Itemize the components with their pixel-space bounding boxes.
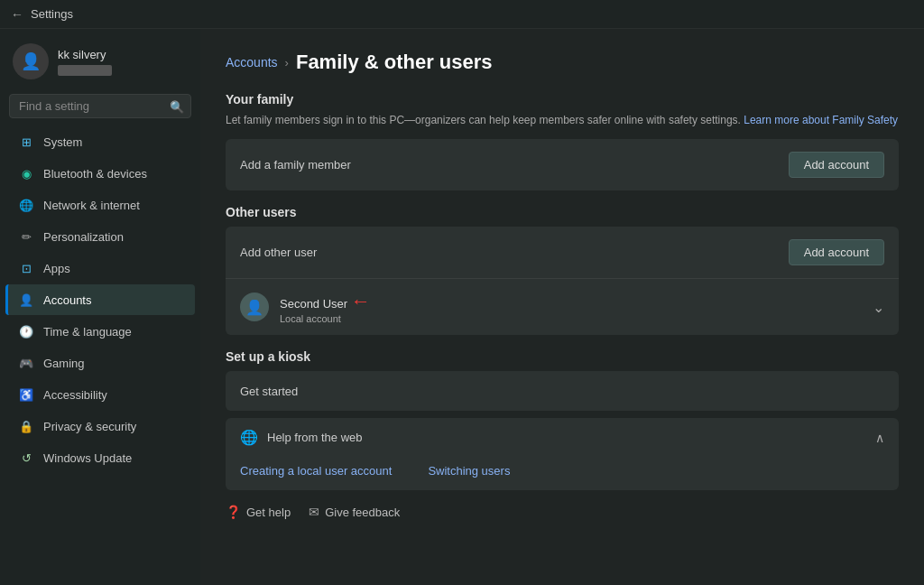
- network-icon: 🌐: [18, 197, 34, 213]
- app-container: 👤 kk silvery 🔍 ⊞ System ◉ Bluetooth & de…: [0, 29, 924, 585]
- chevron-up-icon: ∧: [875, 431, 884, 445]
- accounts-icon: 👤: [18, 292, 34, 308]
- app-title: Settings: [31, 7, 73, 21]
- gaming-icon: 🎮: [18, 355, 34, 371]
- other-users-title: Other users: [226, 205, 899, 219]
- page-title: Family & other users: [296, 51, 493, 74]
- user-name: kk silvery: [58, 48, 112, 61]
- add-family-card: Add a family member Add account: [226, 139, 899, 190]
- kiosk-card: Get started: [226, 371, 899, 411]
- system-icon: ⊞: [18, 134, 34, 150]
- avatar: 👤: [13, 43, 49, 79]
- breadcrumb-arrow: ›: [285, 56, 289, 70]
- sidebar-item-label: Bluetooth & devices: [43, 167, 147, 181]
- add-family-button[interactable]: Add account: [789, 152, 884, 178]
- second-user-name: Second User ←: [280, 290, 873, 313]
- sidebar-item-bluetooth[interactable]: ◉ Bluetooth & devices: [5, 158, 195, 189]
- second-user-sub: Local account: [280, 313, 873, 324]
- personalization-icon: ✏: [18, 228, 34, 245]
- sidebar-item-label: System: [43, 135, 82, 149]
- sidebar-item-label: Personalization: [43, 230, 124, 244]
- windows-update-icon: ↺: [18, 450, 34, 466]
- give-feedback-icon: ✉: [309, 505, 319, 519]
- sidebar: 👤 kk silvery 🔍 ⊞ System ◉ Bluetooth & de…: [0, 29, 200, 585]
- second-user-avatar: 👤: [240, 292, 269, 321]
- annotation-arrow: ←: [351, 290, 371, 312]
- help-section: 🌐 Help from the web ∧ Creating a local u…: [226, 418, 899, 490]
- add-other-button[interactable]: Add account: [789, 239, 884, 265]
- sidebar-item-label: Accessibility: [43, 388, 107, 402]
- accessibility-icon: ♿: [18, 386, 34, 403]
- sidebar-item-label: Accounts: [43, 293, 91, 307]
- sidebar-item-label: Network & internet: [43, 199, 140, 212]
- nav-list: ⊞ System ◉ Bluetooth & devices 🌐 Network…: [0, 125, 200, 474]
- sidebar-item-system[interactable]: ⊞ System: [5, 126, 195, 157]
- sidebar-item-label: Privacy & security: [43, 420, 136, 433]
- sidebar-item-label: Apps: [43, 262, 70, 275]
- add-family-row: Add a family member Add account: [226, 139, 899, 190]
- add-family-label: Add a family member: [240, 158, 351, 172]
- give-feedback-link[interactable]: ✉ Give feedback: [309, 505, 400, 519]
- chevron-down-icon: ⌄: [873, 299, 884, 316]
- help-left: 🌐 Help from the web: [240, 429, 363, 446]
- user-section[interactable]: 👤 kk silvery: [0, 29, 200, 90]
- time-icon: 🕐: [18, 323, 34, 339]
- sidebar-item-accounts[interactable]: 👤 Accounts: [5, 284, 195, 315]
- search-input[interactable]: [9, 94, 191, 118]
- your-family-desc: Let family members sign in to this PC—or…: [226, 112, 899, 128]
- sidebar-item-apps[interactable]: ⊡ Apps: [5, 253, 195, 283]
- breadcrumb-accounts[interactable]: Accounts: [226, 55, 278, 70]
- other-users-card: Add other user Add account 👤 Second User…: [226, 227, 899, 335]
- back-button[interactable]: ←: [11, 7, 23, 22]
- get-help-icon: ❓: [226, 505, 241, 519]
- sidebar-item-gaming[interactable]: 🎮 Gaming: [5, 348, 195, 378]
- add-other-row: Add other user Add account: [226, 227, 899, 278]
- second-user-row[interactable]: 👤 Second User ← Local account ⌄: [226, 279, 899, 335]
- breadcrumb: Accounts › Family & other users: [226, 51, 899, 74]
- help-link-switching-users[interactable]: Switching users: [428, 464, 510, 478]
- kiosk-title: Set up a kiosk: [226, 349, 899, 364]
- get-help-link[interactable]: ❓ Get help: [226, 505, 291, 519]
- bottom-links: ❓ Get help ✉ Give feedback: [226, 501, 899, 519]
- privacy-icon: 🔒: [18, 418, 34, 434]
- help-links: Creating a local user account Switching …: [226, 457, 899, 490]
- sidebar-item-label: Gaming: [43, 357, 85, 370]
- user-info: kk silvery: [58, 48, 112, 76]
- give-feedback-label: Give feedback: [325, 506, 400, 519]
- sidebar-item-label: Time & language: [43, 325, 132, 339]
- sidebar-item-personalization[interactable]: ✏ Personalization: [5, 221, 195, 252]
- help-title: Help from the web: [267, 431, 363, 444]
- sidebar-item-time[interactable]: 🕐 Time & language: [5, 316, 195, 347]
- globe-icon: 🌐: [240, 429, 258, 446]
- second-user-info: Second User ← Local account: [280, 290, 873, 324]
- search-box[interactable]: 🔍: [9, 94, 191, 118]
- kiosk-get-started: Get started: [240, 385, 298, 398]
- sidebar-item-privacy[interactable]: 🔒 Privacy & security: [5, 411, 195, 441]
- apps-icon: ⊡: [18, 260, 34, 276]
- your-family-title: Your family: [226, 92, 899, 107]
- search-icon: 🔍: [170, 99, 184, 113]
- bluetooth-icon: ◉: [18, 165, 34, 181]
- sidebar-item-network[interactable]: 🌐 Network & internet: [5, 190, 195, 220]
- sidebar-item-accessibility[interactable]: ♿ Accessibility: [5, 379, 195, 410]
- user-badge: [58, 65, 112, 76]
- sidebar-item-windows-update[interactable]: ↺ Windows Update: [5, 442, 195, 473]
- content-area: Accounts › Family & other users Your fam…: [200, 29, 924, 585]
- add-other-label: Add other user: [240, 246, 317, 259]
- help-link-local-account[interactable]: Creating a local user account: [240, 464, 392, 478]
- get-help-label: Get help: [246, 506, 291, 519]
- learn-more-link[interactable]: Learn more about Family Safety: [744, 114, 898, 126]
- help-header[interactable]: 🌐 Help from the web ∧: [226, 418, 899, 457]
- sidebar-item-label: Windows Update: [43, 451, 132, 465]
- titlebar: ← Settings: [0, 0, 924, 29]
